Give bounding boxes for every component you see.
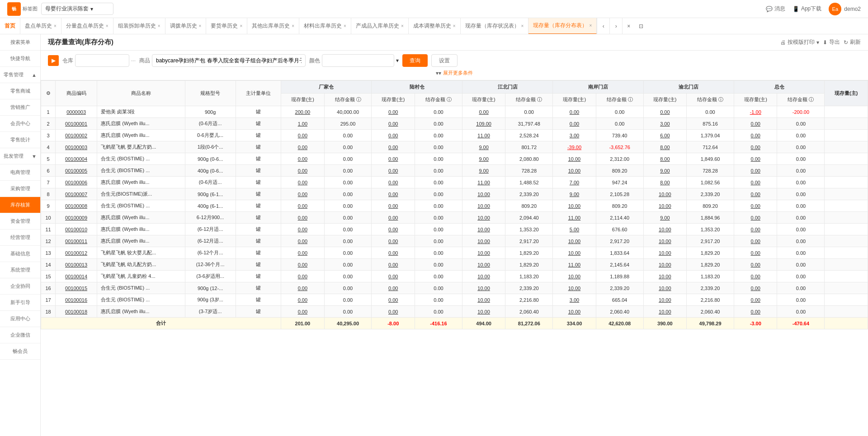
cell-unit: 罐: [236, 188, 281, 200]
cell-yubei-amt: 712.64: [687, 141, 734, 153]
table-row: 4 00100003 飞鹤星飞帆 婴儿配方奶... 1段(0-6个... 罐 0…: [41, 141, 868, 153]
cell-yubei-qty: 10.00: [643, 306, 686, 318]
cell-total-amt: 0.00: [777, 224, 825, 235]
message-btn[interactable]: 💬 消息: [766, 5, 785, 13]
sidebar-item-quicknav[interactable]: 快捷导航: [0, 51, 40, 67]
tab-material-out[interactable]: 材料出库单历史 ×: [299, 18, 351, 34]
print-btn[interactable]: 🖨 按模版打印 ▾: [780, 38, 819, 46]
cell-factory-qty: 0.00: [281, 188, 324, 200]
refresh-btn[interactable]: ↻ 刷新: [844, 38, 861, 46]
tab-next-btn[interactable]: ›: [609, 18, 622, 34]
cell-no: 17: [41, 294, 56, 306]
sidebar-item-wechat[interactable]: 企业微信: [0, 327, 40, 343]
tab-split-stocktake[interactable]: 分量盘点单历史 ×: [61, 18, 113, 34]
summary-jiangbei-amt: 81,272.06: [505, 318, 553, 329]
color-dropdown-icon: ▾: [396, 57, 399, 64]
color-input[interactable]: [322, 54, 394, 67]
cell-total-qty: 0.00: [734, 224, 777, 235]
cell-yubei-amt: 0.00: [687, 106, 734, 118]
sidebar-item-appcenter[interactable]: 应用中心: [0, 311, 40, 327]
sidebar-item-newguide[interactable]: 新手引导: [0, 295, 40, 311]
sidebar-item-member2[interactable]: 畅会员: [0, 343, 40, 360]
expand-row[interactable]: ▾▾ 展开更多条件: [48, 70, 861, 76]
tab-close-stock-status[interactable]: ×: [521, 23, 524, 28]
tab-close-product-in[interactable]: ×: [401, 23, 404, 28]
cell-lu-amt: 0.00: [415, 235, 462, 247]
sidebar-item-finance[interactable]: 资金管理: [0, 213, 40, 230]
tab-purchase[interactable]: 要货单历史 ×: [206, 18, 247, 34]
tab-stocktake[interactable]: 盘点单历史 ×: [20, 18, 61, 34]
cell-yubei-amt: 2,060.40: [687, 306, 734, 318]
settings-button[interactable]: 设置: [431, 54, 458, 67]
cell-unit: 罐: [236, 282, 281, 294]
tab-close-material-out[interactable]: ×: [344, 23, 346, 28]
sidebar-item-retail-stats[interactable]: 零售统计: [0, 132, 40, 148]
sidebar-item-retail-mall[interactable]: 零售商城: [0, 83, 40, 99]
tab-close-stock-dist[interactable]: ×: [589, 23, 592, 28]
cell-no: 9: [41, 200, 56, 212]
tab-stock-dist[interactable]: 现存量（库存分布表） ×: [528, 18, 597, 34]
collapse-btn[interactable]: ▶: [48, 55, 59, 66]
export-btn[interactable]: ⬇ 导出: [823, 38, 840, 46]
sidebar-item-ecommerce[interactable]: 电商管理: [0, 164, 40, 181]
table-container: ⚙ 商品编码 商品名称 规格型号 主计量单位 厂家仓 陆村仓 江北门店 南岸门店…: [41, 80, 868, 436]
cell-jiangbei-amt: 1,488.52: [505, 177, 553, 188]
cell-nanan-qty: 7.00: [553, 177, 596, 188]
sidebar-item-operations[interactable]: 经营管理: [0, 230, 40, 246]
warehouse-input[interactable]: [75, 54, 129, 67]
cell-spec: 400g (6-1...: [185, 200, 236, 212]
sidebar-item-inventory[interactable]: 库存核算: [0, 197, 40, 213]
tab-cost-adjust[interactable]: 成本调整单历史 ×: [409, 18, 461, 34]
cell-unit: 罐: [236, 271, 281, 282]
cell-nanan-amt: 2,060.40: [596, 306, 643, 318]
th-jiangbei: 江北门店: [462, 81, 552, 94]
tab-close-all-btn[interactable]: ×: [622, 18, 635, 34]
cell-stock: [825, 153, 868, 165]
th-total: 总仓: [734, 81, 824, 94]
cell-jiangbei-amt: 728.28: [505, 165, 553, 177]
tab-expand-btn[interactable]: ⊡: [635, 18, 647, 34]
tab-bundle[interactable]: 组装拆卸单历史 ×: [113, 18, 165, 34]
sidebar-item-base-info[interactable]: 基础信息: [0, 246, 40, 262]
sidebar-item-search[interactable]: 搜索英单: [0, 34, 40, 51]
cell-nanan-amt: 2,312.00: [596, 153, 643, 165]
tab-close-stocktake[interactable]: ×: [54, 23, 57, 28]
sidebar-item-marketing[interactable]: 营销推广: [0, 99, 40, 116]
app-download-btn[interactable]: 📱 App下载: [793, 5, 821, 13]
cell-factory-amt: 0.00: [324, 212, 372, 224]
cell-factory-qty: 200.00: [281, 106, 324, 118]
sidebar-item-wholesale[interactable]: 批发管理 ▼: [0, 148, 40, 164]
cell-unit: 罐: [236, 306, 281, 318]
content-area: 现存量查询(库存分布) 🖨 按模版打印 ▾ ⬇ 导出 ↻ 刷新: [41, 34, 868, 436]
tab-product-in[interactable]: 产成品入库单历史 ×: [351, 18, 409, 34]
tab-stock-status[interactable]: 现存量（库存状况表） ×: [461, 18, 529, 34]
user-info[interactable]: Ea demo2: [829, 3, 861, 15]
cell-total-amt: 0.00: [777, 235, 825, 247]
tab-close-purchase[interactable]: ×: [240, 23, 242, 28]
tab-transfer[interactable]: 调拨单历史 ×: [165, 18, 207, 34]
sidebar-item-member[interactable]: 会员中心: [0, 116, 40, 132]
sidebar-item-purchase[interactable]: 采购管理: [0, 181, 40, 197]
org-selector[interactable]: 母婴行业演示陈套 ▾: [41, 3, 113, 15]
cell-factory-amt: 0.00: [324, 188, 372, 200]
tab-close-split[interactable]: ×: [106, 23, 108, 28]
th-settings[interactable]: ⚙: [41, 81, 56, 106]
tab-close-cost-adjust[interactable]: ×: [453, 23, 456, 28]
sidebar-item-retail-mgmt[interactable]: 零售管理 ▲: [0, 67, 40, 83]
tab-close-bundle[interactable]: ×: [158, 23, 160, 28]
cell-lu-amt: 0.00: [415, 212, 462, 224]
sidebar-item-collab[interactable]: 企业协同: [0, 278, 40, 295]
search-button[interactable]: 查询: [402, 54, 428, 67]
cell-spec: (3-6岁适用...: [185, 271, 236, 282]
goods-input[interactable]: [152, 54, 306, 67]
tab-prev-btn[interactable]: ‹: [597, 18, 609, 34]
cell-factory-amt: 0.00: [324, 130, 372, 141]
sidebar-item-system[interactable]: 系统管理: [0, 262, 40, 278]
cell-jiangbei-amt: 1,353.20: [505, 224, 553, 235]
tab-other-out[interactable]: 其他出库单历史 ×: [247, 18, 299, 34]
cell-lu-qty: 0.00: [372, 259, 415, 271]
tab-home[interactable]: 首页: [0, 18, 20, 34]
tab-close-other-out[interactable]: ×: [292, 23, 294, 28]
tab-close-transfer[interactable]: ×: [199, 23, 202, 28]
settings-gear-icon[interactable]: ⚙: [46, 90, 51, 96]
